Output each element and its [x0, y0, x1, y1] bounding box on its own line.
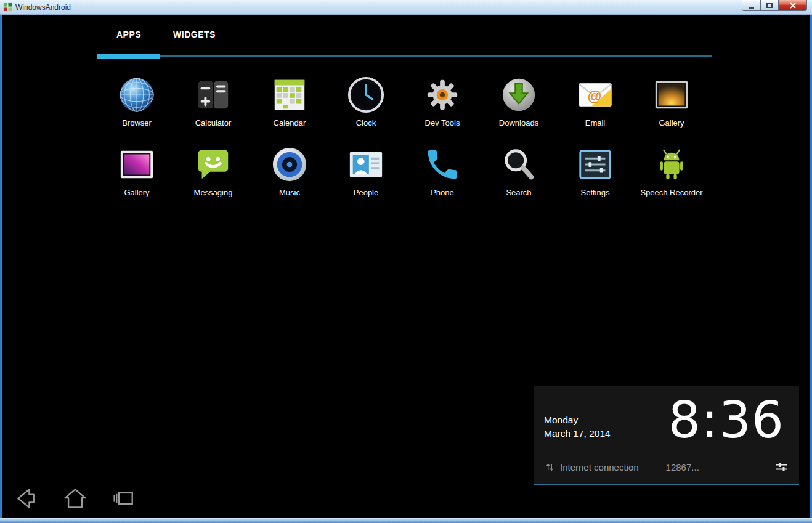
clock-time: 8:36: [668, 395, 784, 445]
close-button[interactable]: [779, 0, 807, 11]
app-phone[interactable]: Phone: [404, 142, 481, 212]
recent-apps-icon: [110, 486, 139, 511]
calendar-icon: [270, 76, 309, 114]
app-messaging[interactable]: Messaging: [175, 142, 251, 212]
day-of-week: Monday: [544, 413, 611, 427]
windowsandroid-logo-icon: [3, 2, 12, 12]
window-bottom-frame: [0, 518, 812, 523]
app-label: Clock: [356, 118, 376, 128]
gallery-sunset-icon: [652, 76, 691, 114]
maximize-button[interactable]: [760, 0, 779, 11]
recent-apps-button[interactable]: [110, 486, 139, 511]
clock-icon: [347, 76, 385, 114]
app-label: Downloads: [499, 118, 538, 128]
app-downloads[interactable]: Downloads: [481, 73, 557, 142]
maximize-icon: [766, 3, 773, 8]
home-icon: [61, 486, 89, 511]
app-label: Settings: [581, 188, 610, 197]
app-gallery-2[interactable]: Gallery: [99, 142, 175, 212]
app-label: People: [354, 188, 378, 197]
date-text: Monday March 17, 2014: [544, 413, 611, 445]
app-calendar[interactable]: Calendar: [251, 73, 328, 142]
app-label: Dev Tools: [425, 118, 460, 128]
music-speaker-icon: [270, 145, 309, 184]
dev-tools-gear-icon: [423, 76, 461, 114]
downloads-arrow-icon: [500, 76, 538, 114]
app-search[interactable]: Search: [481, 142, 557, 212]
app-settings[interactable]: Settings: [557, 142, 633, 212]
tab-widgets[interactable]: WIDGETS: [163, 15, 225, 44]
app-label: Phone: [431, 188, 454, 197]
phone-handset-icon: [423, 145, 461, 184]
minimize-icon: [749, 7, 754, 9]
gallery-photo-icon: [118, 145, 156, 184]
app-label: Speech Recorder: [640, 188, 702, 197]
connection-status-row: Internet connection 12867...: [545, 460, 789, 474]
app-speech-recorder[interactable]: Speech Recorder: [633, 142, 710, 212]
android-screen: APPS WIDGETS Browser Calculator Calendar: [0, 15, 812, 518]
email-envelope-icon: @: [576, 76, 614, 114]
back-icon: [12, 486, 40, 511]
search-magnifier-icon: [500, 145, 538, 184]
app-label: Browser: [122, 118, 152, 128]
window-title-bar[interactable]: WindowsAndroid: [0, 0, 812, 15]
app-label: Gallery: [659, 118, 684, 128]
window-title: WindowsAndroid: [15, 3, 71, 12]
app-grid: Browser Calculator Calendar Clock Dev To: [99, 73, 710, 212]
app-people[interactable]: People: [328, 142, 404, 212]
settings-sliders-icon: [576, 145, 614, 184]
back-button[interactable]: [12, 486, 40, 511]
speech-recorder-android-icon: [652, 145, 691, 184]
android-nav-bar: [12, 486, 139, 511]
app-gallery-1[interactable]: Gallery: [633, 73, 710, 142]
app-label: Search: [506, 188, 531, 197]
app-browser[interactable]: Browser: [99, 73, 175, 142]
pager-underline: [97, 55, 712, 57]
full-date: March 17, 2014: [544, 427, 611, 440]
connection-label: Internet connection: [560, 462, 639, 472]
tune-settings-icon[interactable]: [774, 460, 789, 474]
app-label: Messaging: [194, 188, 233, 197]
svg-text:@: @: [588, 88, 602, 104]
app-calculator[interactable]: Calculator: [175, 73, 251, 142]
active-tab-indicator: [97, 54, 160, 59]
network-activity-icon: [545, 462, 554, 472]
home-button[interactable]: [61, 486, 89, 511]
app-label: Email: [585, 118, 606, 128]
app-label: Music: [279, 188, 300, 197]
minimize-button[interactable]: [742, 0, 760, 11]
launcher-tab-bar: APPS WIDGETS: [97, 15, 712, 57]
app-label: Gallery: [124, 188, 149, 197]
app-email[interactable]: @ Email: [557, 73, 633, 142]
tab-apps[interactable]: APPS: [97, 15, 160, 44]
calculator-icon: [194, 76, 232, 114]
browser-globe-icon: [118, 76, 156, 114]
messaging-bubble-icon: [194, 145, 232, 184]
app-dev-tools[interactable]: Dev Tools: [404, 73, 481, 142]
app-label: Calculator: [195, 118, 232, 128]
app-label: Calendar: [274, 118, 306, 128]
app-music[interactable]: Music: [251, 142, 328, 212]
clock-widget: Monday March 17, 2014 8:36 Internet conn…: [534, 386, 799, 485]
people-contact-icon: [347, 145, 385, 184]
close-icon: [789, 2, 797, 9]
app-clock[interactable]: Clock: [328, 73, 404, 142]
connection-value: 12867...: [666, 462, 699, 472]
